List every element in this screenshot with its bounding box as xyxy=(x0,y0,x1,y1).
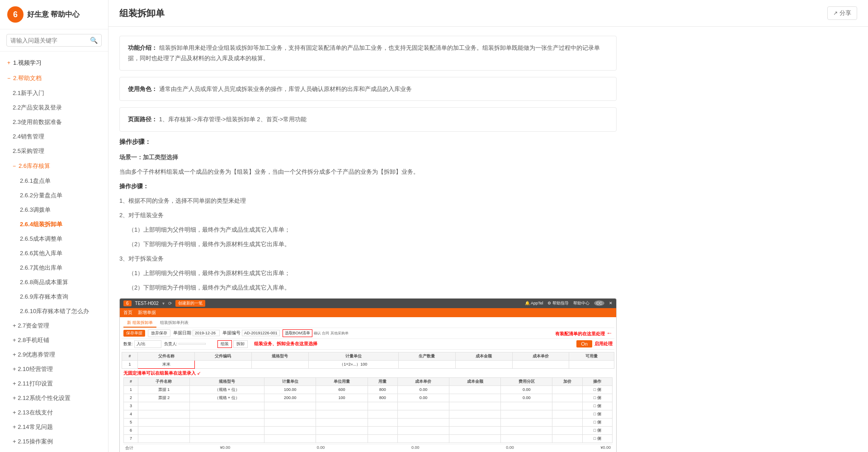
search-icon[interactable]: 🔍 xyxy=(90,37,98,44)
ss-order-field: 单据编号 AD-20191226-001 xyxy=(222,330,280,336)
scene1-step3: 3、对于拆装业务 xyxy=(119,253,617,265)
table-row: 4 □ 侧 xyxy=(124,410,613,418)
ss-new-order-btn[interactable]: 创建新的一笔 xyxy=(175,300,205,307)
ss-toolbar-row1: 保存单据 放弃保存 单据日期 2019-12-26 单据编号 AD-201912… xyxy=(122,328,614,339)
ss-tab-list[interactable]: 组装拆卸单列表 xyxy=(156,319,192,328)
ss-qty-field: 数量: 入/出 xyxy=(123,340,161,348)
sidebar-item-payment[interactable]: + 2.13在线支付 xyxy=(0,405,108,420)
page-title: 组装拆卸单 xyxy=(119,7,165,19)
sidebar-item-coupon[interactable]: + 2.9优惠券管理 xyxy=(0,347,108,362)
sidebar-item-262[interactable]: 2.6.2分量盘点单 xyxy=(0,188,108,203)
sidebar-item-faq[interactable]: + 2.14常见问题 xyxy=(0,420,108,434)
ss-person-field: 负责人: xyxy=(164,341,206,347)
sidebar-item-264[interactable]: 2.6.4组装拆卸单 xyxy=(0,217,108,232)
ss-sync-icon: ⟳ xyxy=(168,301,172,306)
search-box[interactable]: 🔍 xyxy=(6,34,102,47)
ss-order-input[interactable]: AD-20191226-001 xyxy=(242,330,280,336)
scene1-step3b: （2）下部明细为子件明细，最终作为产成品生成其它入库单。 xyxy=(119,282,617,294)
on-badge[interactable]: On xyxy=(576,340,592,347)
sidebar-item-data[interactable]: 2.3使用前数据准备 xyxy=(0,115,108,129)
scene1-step1: 1、根据不同的业务，选择不同单据的类型来处理 xyxy=(119,195,617,207)
func-intro-label: 功能介绍： xyxy=(128,44,157,51)
sidebar-item-mobile[interactable]: + 2.8手机旺铺 xyxy=(0,333,108,347)
content-area: 功能介绍： 组装拆卸单用来处理企业组装或拆卸等加工业务，支持有固定装配清单的产品… xyxy=(108,27,868,452)
ss-arrow-down: ↙ xyxy=(197,371,201,376)
ss-tab-new[interactable]: 新 组装拆卸单 xyxy=(123,319,156,328)
sidebar-item-269[interactable]: 2.6.9库存账本查询 xyxy=(0,290,108,304)
ss-annotation1: 有装配清单的在这里处理 ← xyxy=(555,329,613,337)
scene1-desc: 当由多个子件材料组装成一个成品的业务为【组装】业务，当由一个父件拆分成多个子产品… xyxy=(119,166,617,178)
expand-icon: + xyxy=(7,60,10,66)
sidebar-item-docs[interactable]: − 2.帮助文档 xyxy=(0,71,108,86)
sidebar-item-video[interactable]: + 1.视频学习 xyxy=(0,55,108,71)
func-intro-block: 功能介绍： 组装拆卸单用来处理企业组装或拆卸等加工业务，支持有固定装配清单的产品… xyxy=(119,36,617,71)
ss-bom-btn[interactable]: 选取BOM清单 xyxy=(283,329,313,337)
sidebar-item-266[interactable]: 2.6.6其他入库单 xyxy=(0,246,108,261)
sidebar: 6 好生意 帮助中心 🔍 + 1.视频学习 − 2.帮助文档 2.1新手入门 2… xyxy=(0,0,108,452)
sidebar-item-265[interactable]: 2.6.5成本调整单 xyxy=(0,232,108,246)
ss-bottom-sum: 合计 ¥0.00 0.00 0.00 0.00 ¥0.00 xyxy=(123,444,613,452)
ss-enable-area: On 启用处理 xyxy=(576,340,613,347)
ss-qty-input[interactable]: 入/出 xyxy=(134,340,161,348)
scene1-step2b: （2）下部明细为子件明细，最终作为原材料生成其它出库单。 xyxy=(119,238,617,250)
ss-item-name[interactable]: 米米 xyxy=(138,360,195,368)
sidebar-item-261[interactable]: 2.6.1盘点单 xyxy=(0,174,108,188)
sidebar-item-2610[interactable]: 2.6.10库存账本错了怎么办 xyxy=(0,304,108,319)
ss-annotation3: 启用处理 xyxy=(594,341,613,347)
ss-right-icons: 🔔 AppTel ⚙ 帮助指导 帮助中心 CC ✕ xyxy=(525,300,613,306)
search-area: 🔍 xyxy=(0,29,108,52)
ss-bom-area: 选取BOM清单 确认 合同 其他采购单 xyxy=(283,329,349,337)
sidebar-item-print[interactable]: + 2.11打印设置 xyxy=(0,376,108,391)
sidebar-item-purchase[interactable]: 2.5采购管理 xyxy=(0,144,108,158)
scene1-step2: 2、对于组装业务 xyxy=(119,209,617,221)
ss-logo: 6 xyxy=(123,300,132,306)
sidebar-item-cases[interactable]: + 2.15操作案例 xyxy=(0,434,108,449)
sidebar-item-268[interactable]: 2.6.8商品成本重算 xyxy=(0,275,108,290)
sidebar-item-system[interactable]: + 2.12系统个性化设置 xyxy=(0,391,108,405)
main-area: 组装拆卸单 ↗ 分享 功能介绍： 组装拆卸单用来处理企业组装或拆卸等加工业务，支… xyxy=(108,0,868,452)
sidebar-item-263[interactable]: 2.6.3调拨单 xyxy=(0,203,108,217)
sidebar-item-267[interactable]: 2.6.7其他出库单 xyxy=(0,261,108,275)
sidebar-item-install[interactable]: 2.2产品安装及登录 xyxy=(0,100,108,115)
table-row: 7 □ 侧 xyxy=(124,434,613,442)
sidebar-item-sales[interactable]: 2.4销售管理 xyxy=(0,129,108,144)
role-label: 使用角色： xyxy=(128,86,157,92)
ss-disassemble-btn[interactable]: 拆卸 xyxy=(233,340,248,348)
sidebar-item-new[interactable]: 2.1新手入门 xyxy=(0,86,108,100)
table-row: 2 票据 2 （规格 + 位） 200.00 100 800 0.00 0.00 xyxy=(124,394,613,402)
ss-annotation2: 组装业务、拆卸业务在这里选择 xyxy=(254,341,317,347)
share-button[interactable]: ↗ 分享 xyxy=(827,6,857,20)
share-icon: ↗ xyxy=(833,10,838,16)
ss-menu-bar: 首页 新增单据 xyxy=(120,308,616,317)
sidebar-item-stock[interactable]: − 2.6库存核算 xyxy=(0,158,108,174)
ss-date-input[interactable]: 2019-12-26 xyxy=(193,330,220,336)
table-row: 1 票据 1 （规格 + 位） 100.00 600 800 0.00 0.00 xyxy=(124,385,613,394)
scene1-title: 场景一：加工类型选择 xyxy=(119,152,617,163)
role-text: 通常由生产人员或库管人员完成拆装业务的操作，库管人员确认原材料的出库和产成品的入… xyxy=(159,86,412,92)
ss-date-field: 单据日期 2019-12-26 xyxy=(173,330,220,336)
nav-list: + 1.视频学习 − 2.帮助文档 2.1新手入门 2.2产品安装及登录 2.3… xyxy=(0,52,108,452)
ss-content: 新 组装拆卸单 组装拆卸单列表 保存单据 放弃保存 单据日期 2019-12-2… xyxy=(120,317,616,452)
screenshot-block: 6 TEST-H002 ▾ ⟳ 创建新的一笔 🔔 AppTel ⚙ 帮助指导 帮… xyxy=(119,298,617,452)
path-label: 页面路径： xyxy=(128,116,157,123)
search-input[interactable] xyxy=(10,37,90,44)
path-text: 1、库存核算->库存管理->组装拆卸单 2、首页->常用功能 xyxy=(159,116,307,123)
ss-table-area: # 父件名称 父件编码 规格型号 计量单位 生产数量 成本金额 成本单价 可用量 xyxy=(122,351,614,369)
arrow-icon: ← xyxy=(606,329,613,337)
role-block: 使用角色： 通常由生产人员或库管人员完成拆装业务的操作，库管人员确认原材料的出库… xyxy=(119,77,617,101)
ss-upper-table: # 父件名称 父件编码 规格型号 计量单位 生产数量 成本金额 成本单价 可用量 xyxy=(122,351,614,369)
ss-assemble-btn[interactable]: 组装 xyxy=(217,340,232,348)
table-row: 5 □ 侧 xyxy=(124,418,613,426)
app-name: 好生意 帮助中心 xyxy=(27,10,80,19)
table-row: 3 □ 侧 xyxy=(124,402,613,410)
ss-lower-table-area: # 子件名称 规格型号 计量单位 单位用量 用量 成本单价 成本金额 费用分区 xyxy=(122,377,614,452)
sidebar-item-finance[interactable]: + 2.7资金管理 xyxy=(0,319,108,333)
path-block: 页面路径： 1、库存核算->库存管理->组装拆卸单 2、首页->常用功能 xyxy=(119,107,617,131)
ss-btn-cancel[interactable]: 放弃保存 xyxy=(148,329,170,337)
sidebar-item-operation[interactable]: + 2.10经营管理 xyxy=(0,362,108,376)
ss-btn-save[interactable]: 保存单据 xyxy=(123,330,145,337)
page-header: 组装拆卸单 ↗ 分享 xyxy=(108,0,868,27)
collapse-stock-icon: − xyxy=(13,163,16,169)
ss-person-input[interactable] xyxy=(179,343,206,345)
ss-annotation4-area: 无固定清单可以在组装单在这里录入 ↙ xyxy=(122,370,614,376)
